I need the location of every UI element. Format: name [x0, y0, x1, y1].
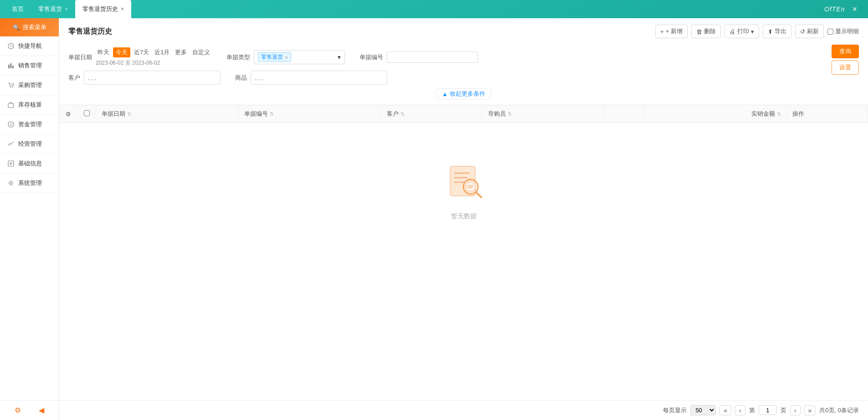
first-page-btn[interactable]: « — [719, 405, 731, 415]
collapse-button[interactable]: ▲ 收起更多条件 — [436, 88, 491, 99]
th-action-label: 操作 — [792, 110, 804, 117]
sidebar-item-operations[interactable]: 经营管理 — [0, 134, 59, 154]
tab-list: 首页 零售退货 × 零售退货历史 × — [5, 0, 824, 18]
th-amount-sort[interactable]: ⇅ — [777, 111, 781, 117]
date-opt-7days[interactable]: 近7天 — [132, 47, 151, 57]
sidebar-item-purchase-mgmt[interactable]: 采购管理 — [0, 76, 59, 95]
export-label: 导出 — [775, 27, 786, 36]
prev-page-btn[interactable]: ‹ — [735, 405, 745, 415]
goods-placeholder: ... — [255, 73, 264, 82]
date-opt-yesterday[interactable]: 昨天 — [96, 47, 111, 57]
date-opt-today[interactable]: 今天 — [113, 47, 130, 57]
sidebar-item-inventory[interactable]: 库存核算 — [0, 95, 59, 115]
goods-filter: 商品 ... — [235, 71, 387, 85]
th-date: 单据日期 ⇅ — [96, 105, 238, 123]
type-tag-remove[interactable]: × — [285, 55, 288, 60]
svg-point-16 — [466, 182, 475, 191]
tab-retail-return[interactable]: 零售退货 × — [31, 0, 75, 18]
customer-select[interactable]: ... — [84, 71, 221, 85]
filter-area: 单据日期 昨天 今天 近7天 近1月 更多 自定义 2 — [68, 44, 859, 105]
sidebar-item-basic-info[interactable]: 基础信息 — [0, 154, 59, 174]
delete-label: 删除 — [704, 27, 716, 36]
filter-row-2: 客户 ... 商品 ... — [68, 71, 859, 85]
brand-label: OfTEn — [824, 5, 845, 13]
tab-retail-return-label: 零售退货 — [38, 5, 62, 13]
sidebar: 🔍 搜索菜单 快捷导航 销售管理 采购管理 库存核算 — [0, 18, 59, 420]
tab-retail-return-history[interactable]: 零售退货历史 × — [75, 0, 131, 18]
sys-mgmt-icon — [7, 179, 15, 187]
sidebar-search[interactable]: 🔍 搜索菜单 — [0, 18, 59, 36]
goods-filter-label: 商品 — [235, 74, 247, 82]
show-detail-checkbox-label[interactable]: 显示明细 — [827, 27, 859, 36]
number-filter-label: 单据编号 — [360, 53, 383, 61]
delete-button[interactable]: 🗑 删除 — [691, 25, 721, 38]
add-button[interactable]: + + 新增 — [655, 25, 688, 38]
svg-text:¥: ¥ — [10, 123, 12, 127]
main-content: 零售退货历史 + + 新增 🗑 删除 🖨 打印 — [59, 18, 868, 420]
sidebar-item-sys-mgmt[interactable]: 系统管理 — [0, 174, 59, 193]
collapse-label: 收起更多条件 — [450, 90, 485, 98]
table-wrapper: ⚙ 单据日期 ⇅ — [59, 105, 868, 400]
table-setting-icon[interactable]: ⚙ — [66, 111, 71, 118]
page-header: 零售退货历史 + + 新增 🗑 删除 🖨 打印 — [59, 18, 868, 105]
top-bar-right: OfTEn × — [824, 5, 868, 14]
print-label: 打印 — [737, 27, 749, 36]
th-setting: ⚙ — [59, 105, 77, 123]
svg-point-5 — [12, 87, 13, 88]
page-input[interactable] — [759, 405, 777, 415]
sidebar-item-operations-label: 经营管理 — [18, 140, 42, 148]
number-filter: 单据编号 — [360, 51, 478, 63]
window-close-btn[interactable]: × — [848, 5, 861, 14]
per-page-label: 每页显示 — [663, 406, 687, 415]
tab-home-label: 首页 — [12, 5, 24, 13]
add-label: + 新增 — [666, 27, 683, 36]
sidebar-item-inventory-label: 库存核算 — [18, 101, 42, 109]
settings-bottom-icon[interactable]: ⚙ — [15, 406, 21, 415]
date-opt-custom[interactable]: 自定义 — [190, 47, 212, 57]
svg-rect-1 — [8, 65, 10, 68]
next-page-btn[interactable]: › — [790, 405, 801, 415]
layout: 🔍 搜索菜单 快捷导航 销售管理 采购管理 库存核算 — [0, 18, 868, 420]
sidebar-item-quick-nav-label: 快捷导航 — [18, 42, 42, 50]
page-unit-label: 页 — [781, 406, 786, 415]
number-input[interactable] — [387, 51, 478, 63]
tab-home[interactable]: 首页 — [5, 0, 31, 18]
th-guide-sort[interactable]: ⇅ — [508, 111, 512, 117]
tab-retail-return-history-close[interactable]: × — [121, 6, 124, 12]
query-button[interactable]: 查询 — [832, 45, 859, 58]
th-amount: 实销金额 ⇅ — [644, 105, 787, 123]
last-page-btn[interactable]: » — [804, 405, 816, 415]
date-opt-more[interactable]: 更多 — [173, 47, 189, 57]
empty-icon-svg — [441, 159, 487, 205]
empty-state: 暂无数据 — [59, 123, 868, 257]
refresh-icon: ↺ — [800, 28, 805, 35]
select-all-checkbox[interactable] — [84, 110, 90, 116]
search-icon: 🔍 — [13, 24, 20, 31]
sales-icon — [7, 62, 15, 69]
setting-button[interactable]: 设置 — [832, 60, 859, 75]
refresh-button[interactable]: ↺ 刷新 — [795, 25, 824, 38]
th-date-sort[interactable]: ⇅ — [127, 111, 131, 117]
svg-point-4 — [10, 87, 11, 88]
goods-select[interactable]: ... — [251, 71, 387, 85]
print-button[interactable]: 🖨 打印 ▾ — [724, 25, 759, 38]
date-options-group: 昨天 今天 近7天 近1月 更多 自定义 2023-06-02 至 2023-0… — [96, 47, 212, 67]
sidebar-item-finance[interactable]: ¥ 资金管理 — [0, 115, 59, 134]
date-opt-1month[interactable]: 近1月 — [153, 47, 171, 57]
export-button[interactable]: ⬆ 导出 — [763, 25, 791, 38]
print-icon: 🖨 — [729, 28, 735, 35]
date-opts: 昨天 今天 近7天 近1月 更多 自定义 — [96, 47, 212, 57]
type-select[interactable]: 零售退货 × ▾ — [254, 50, 345, 64]
type-filter: 单据类型 零售退货 × ▾ — [226, 50, 345, 64]
th-number-sort[interactable]: ⇅ — [270, 111, 274, 117]
per-page-select[interactable]: 50 100 200 — [690, 405, 716, 415]
sidebar-item-quick-nav[interactable]: 快捷导航 — [0, 36, 59, 56]
th-number: 单据编号 ⇅ — [238, 105, 381, 123]
collapse-sidebar-icon[interactable]: ◀ — [39, 406, 44, 415]
tab-retail-return-close[interactable]: × — [65, 6, 68, 12]
sidebar-item-sales-mgmt[interactable]: 销售管理 — [0, 56, 59, 76]
th-customer-sort[interactable]: ⇅ — [401, 111, 405, 117]
show-detail-checkbox[interactable] — [827, 29, 833, 35]
finance-icon: ¥ — [7, 121, 15, 128]
basic-info-icon — [7, 160, 15, 167]
